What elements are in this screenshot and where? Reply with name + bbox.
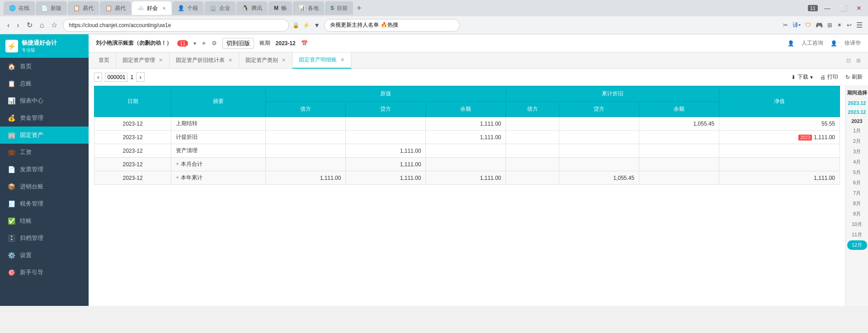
cell-date: 2023-12	[94, 117, 171, 131]
tab-qiye[interactable]: 🏢 企业	[204, 1, 236, 15]
page-tab-asset-mgmt-label: 固定资产管理	[123, 56, 155, 64]
expand-icon[interactable]: ⊞	[856, 57, 861, 64]
period-month-7[interactable]: 7月	[847, 188, 867, 198]
period-month-3[interactable]: 3月	[847, 147, 867, 156]
user-label[interactable]: 徐译华	[844, 39, 861, 47]
cell-summary: +本月合计	[171, 158, 266, 171]
period-month-9[interactable]: 9月	[847, 209, 867, 219]
prev-page-button[interactable]: ‹	[94, 72, 102, 82]
menu-icon[interactable]: ☰	[856, 21, 863, 29]
sidebar-item-salary[interactable]: 💼 工资	[0, 144, 89, 161]
back-button[interactable]: ‹	[5, 20, 11, 30]
settings-small-button[interactable]: ⚙	[212, 40, 217, 47]
tab-yidai2[interactable]: 📋 易代	[100, 1, 131, 15]
page-tab-asset-mgmt[interactable]: 固定资产管理 ✕	[116, 52, 170, 69]
add-account-button[interactable]: +	[202, 39, 206, 47]
tab-chang[interactable]: M 畅	[269, 1, 292, 15]
tab-qiye-icon: 🏢	[210, 5, 217, 11]
service-label[interactable]: 人工咨询	[802, 39, 823, 47]
period-year[interactable]: 2023	[847, 117, 867, 125]
dropdown-button[interactable]: ▾	[313, 20, 321, 30]
extension-icon1[interactable]: 🛡	[805, 22, 811, 28]
app-logo-sub: 专业版	[22, 47, 57, 53]
tab-mubiao[interactable]: S 目前	[325, 1, 353, 15]
period-selected-year2[interactable]: 2023.12	[847, 108, 867, 116]
sidebar-item-guide[interactable]: 🎯 新手引导	[0, 264, 89, 281]
calendar-icon[interactable]: 📅	[301, 40, 308, 47]
table-row: 2023-12 计提折旧 1,111.00 20231,111.00	[94, 131, 840, 144]
address-input[interactable]	[63, 19, 289, 32]
collapse-icon[interactable]: ⊡	[846, 57, 851, 64]
search-input[interactable]	[324, 19, 460, 32]
tab-tengxun[interactable]: 🐧 腾讯	[236, 1, 268, 15]
cell-date: 2023-12	[94, 131, 171, 144]
page-tab-depr-stats[interactable]: 固定资产折旧统计表 ✕	[170, 52, 239, 69]
gamepad-icon[interactable]: 🎮	[816, 22, 823, 28]
period-month-2[interactable]: 2月	[847, 136, 867, 146]
sidebar-item-invoice[interactable]: 📄 发票管理	[0, 161, 89, 178]
th-acc-debit: 借方	[506, 102, 559, 117]
close-tab-depr-stats[interactable]: ✕	[228, 57, 232, 63]
sidebar-label-settings: 设置	[20, 251, 32, 259]
page-code-input[interactable]	[105, 73, 127, 82]
cell-acc-credit: 1,055.45	[559, 171, 639, 185]
period-month-10[interactable]: 10月	[847, 220, 867, 229]
page-tab-asset-cat[interactable]: 固定资产类别 ✕	[239, 52, 292, 69]
tab-geshui[interactable]: 👤 个税	[172, 1, 203, 15]
new-tab-button[interactable]: +	[354, 4, 364, 13]
close-tab-asset-mgmt[interactable]: ✕	[159, 57, 163, 63]
page-tab-home[interactable]: 首页	[92, 52, 116, 69]
cell-orig-debit	[266, 131, 346, 144]
reload-button[interactable]: ↻	[25, 20, 34, 30]
tab-haokuai[interactable]: ☁️ 好会 ✕	[132, 1, 171, 15]
sidebar-item-ledger[interactable]: 📋 总账	[0, 75, 89, 92]
period-month-8[interactable]: 8月	[847, 199, 867, 208]
next-page-button[interactable]: ›	[136, 72, 144, 82]
close-button[interactable]: ✕	[854, 4, 864, 13]
page-tab-asset-detail[interactable]: 固定资产明细账 ✕	[292, 52, 351, 69]
dropdown-arrow-icon[interactable]: ▾	[193, 40, 196, 47]
sidebar-item-tax[interactable]: 🧾 税务管理	[0, 195, 89, 212]
maximize-button[interactable]: ⬜	[837, 4, 850, 13]
sidebar-item-sales[interactable]: 📦 进销台账	[0, 178, 89, 195]
cell-net-value	[719, 144, 840, 158]
brightness-icon[interactable]: ☀	[837, 22, 842, 28]
forward-button[interactable]: ›	[15, 20, 21, 30]
tab-bar: 🌐 在线 📄 新版 📋 易代 📋 易代 ☁️ 好会 ✕ 👤 个税 🏢 企业	[0, 0, 868, 16]
ledger-icon: 📋	[7, 80, 15, 88]
sidebar-item-home[interactable]: 🏠 首页	[0, 58, 89, 75]
sidebar-item-reports[interactable]: 📊 报表中心	[0, 92, 89, 109]
period-month-4[interactable]: 4月	[847, 157, 867, 167]
undo-icon[interactable]: ↩	[847, 22, 852, 28]
scissors-icon[interactable]: ✂	[783, 22, 788, 28]
translate-icon[interactable]: 译•	[793, 21, 801, 29]
sidebar-item-funds[interactable]: 💰 资金管理	[0, 109, 89, 127]
period-month-1[interactable]: 1月	[847, 126, 867, 136]
sidebar-item-assets[interactable]: 🏢 固定资产	[0, 127, 89, 144]
period-month-12[interactable]: 12月	[847, 240, 867, 250]
period-selected-year1[interactable]: 2023.12	[847, 99, 867, 107]
refresh-button[interactable]: ↻ 刷新	[845, 73, 863, 81]
print-button[interactable]: 🖨 打印	[820, 73, 838, 81]
period-month-6[interactable]: 6月	[847, 178, 867, 188]
bookmark-button[interactable]: ☆	[49, 20, 59, 30]
cell-date: 2023-12	[94, 158, 171, 171]
tab-yidai1[interactable]: 📋 易代	[68, 1, 99, 15]
tab-gedi[interactable]: 📊 各地	[293, 1, 324, 15]
home-button[interactable]: ⌂	[38, 20, 46, 30]
minimize-button[interactable]: —	[821, 4, 833, 13]
page-tabs: 首页 固定资产管理 ✕ 固定资产折旧统计表 ✕ 固定资产类别 ✕ 固定资产明细账…	[89, 52, 868, 69]
sidebar-item-archive[interactable]: 🗄️ 归档管理	[0, 230, 89, 247]
download-button[interactable]: ⬇ 下载 ▾	[791, 73, 813, 81]
close-tab-asset-detail[interactable]: ✕	[340, 57, 344, 63]
switch-old-version-button[interactable]: 切到旧版	[222, 38, 254, 49]
sidebar-item-close[interactable]: ✅ 结账	[0, 212, 89, 230]
tab-online[interactable]: 🌐 在线	[4, 1, 35, 15]
sidebar-item-settings[interactable]: ⚙️ 设置	[0, 247, 89, 264]
period-month-5[interactable]: 5月	[847, 168, 867, 177]
tab-new[interactable]: 📄 新版	[36, 1, 67, 15]
tab-close-haokuai[interactable]: ✕	[162, 6, 166, 11]
close-tab-asset-cat[interactable]: ✕	[282, 57, 286, 63]
period-month-11[interactable]: 11月	[847, 230, 867, 239]
grid-icon[interactable]: ⊞	[827, 22, 832, 28]
